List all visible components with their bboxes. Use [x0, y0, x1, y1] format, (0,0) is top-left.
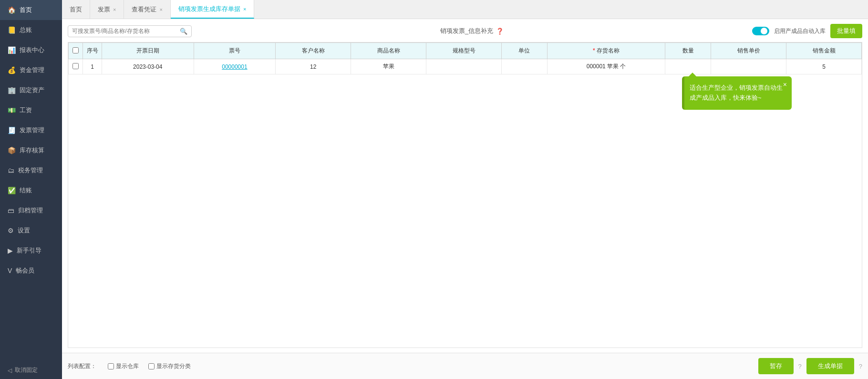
sidebar-item-vip[interactable]: V 畅会员	[0, 261, 62, 281]
sidebar-item-funds[interactable]: 💰 资金管理	[0, 60, 62, 80]
table-header-product: 商品名称	[351, 43, 426, 59]
show-category-checkbox[interactable]	[148, 363, 155, 369]
table-header-seq: 序号	[83, 43, 102, 59]
row-checkbox[interactable]	[69, 59, 83, 74]
search-icon: 🔍	[180, 28, 187, 35]
search-input[interactable]	[72, 28, 180, 34]
tab-voucher-close[interactable]: ×	[159, 7, 162, 12]
info-label: 销项发票_信息补充	[440, 27, 493, 35]
toggle-label: 启用产成品自动入库	[774, 27, 826, 35]
tab-stock-doc-close[interactable]: ×	[243, 6, 246, 12]
assets-icon: 🏢	[8, 86, 16, 94]
home-icon: 🏠	[8, 6, 16, 14]
sidebar-item-archive[interactable]: 🗃 归档管理	[0, 200, 62, 221]
table-header-unit: 单位	[501, 43, 547, 59]
row-no: 00000001	[194, 59, 276, 74]
sidebar: 🏠 首页 📒 总账 📊 报表中心 💰 资金管理 🏢 固定资产 💵 工资 🧾 发票…	[0, 0, 62, 379]
archive-icon: 🗃	[8, 207, 14, 214]
info-help-icon[interactable]: ❓	[496, 28, 504, 35]
batch-fill-button[interactable]: 批量填	[830, 24, 862, 38]
sidebar-item-assets[interactable]: 🏢 固定资产	[0, 80, 62, 100]
sidebar-item-report[interactable]: 📊 报表中心	[0, 40, 62, 60]
select-all-checkbox[interactable]	[72, 47, 79, 53]
tab-invoice[interactable]: 发票 ×	[90, 0, 124, 19]
table-header-qty: 数量	[665, 43, 711, 59]
guide-icon: ▶	[8, 247, 13, 254]
table-header-amount: 销售金额	[786, 43, 862, 59]
funds-icon: 💰	[8, 66, 16, 74]
inventory-icon: 📦	[8, 147, 16, 154]
tooltip-close-icon[interactable]: ×	[783, 79, 787, 90]
content-area: 🔍 销项发票_信息补充 ❓ 启用产成品自动入库 批量填	[62, 19, 868, 353]
table-row: 1 2023-03-04 00000001 12 苹果 000001 苹果 个 …	[69, 59, 862, 74]
invoice-link[interactable]: 00000001	[222, 63, 247, 70]
vip-icon: V	[8, 267, 12, 274]
salary-icon: 💵	[8, 106, 16, 114]
main-area: 首页 发票 × 查看凭证 × 销项发票生成库存单据 × 🔍 销项发票_信息补充	[62, 0, 868, 379]
row-product: 苹果	[351, 59, 426, 74]
settings-icon: ⚙	[8, 227, 14, 234]
tab-voucher[interactable]: 查看凭证 ×	[124, 0, 170, 19]
tooltip-text: 适合生产型企业，销项发票自动生成产成品入库，快来体验~	[690, 84, 783, 101]
save-button[interactable]: 暂存	[758, 358, 794, 374]
show-warehouse-checkbox[interactable]	[108, 363, 114, 369]
table-header-unit-price: 销售单价	[711, 43, 786, 59]
tab-bar: 首页 发票 × 查看凭证 × 销项发票生成库存单据 ×	[62, 0, 868, 19]
row-qty	[665, 59, 711, 74]
unpin-button[interactable]: ◁ 取消固定	[0, 361, 62, 379]
table-header-customer: 客户名称	[276, 43, 351, 59]
sidebar-item-guide[interactable]: ▶ 新手引导	[0, 241, 62, 261]
generate-help-icon[interactable]: ?	[859, 363, 862, 370]
settle-icon: ✅	[8, 187, 16, 194]
list-config-label: 列表配置：	[68, 362, 96, 370]
data-table: 序号 开票日期 票号 客户名称 商品名称 规格型号 单位 存货名称 数量 销售单…	[68, 42, 862, 74]
table-header-no: 票号	[194, 43, 276, 59]
sidebar-item-salary[interactable]: 💵 工资	[0, 100, 62, 120]
search-box[interactable]: 🔍	[68, 25, 192, 37]
row-spec	[426, 59, 502, 74]
bottom-actions: 暂存 ? 生成单据 ?	[758, 358, 862, 374]
report-icon: 📊	[8, 46, 16, 54]
sidebar-item-settings[interactable]: ⚙ 设置	[0, 221, 62, 241]
tab-stock-doc[interactable]: 销项发票生成库存单据 ×	[171, 0, 254, 19]
bottom-bar: 列表配置： 显示仓库 显示存货分类 暂存 ? 生成单据 ?	[62, 353, 868, 379]
tab-home[interactable]: 首页	[62, 0, 90, 19]
save-help-icon[interactable]: ?	[798, 363, 802, 370]
table-header-date: 开票日期	[102, 43, 194, 59]
table-header-inventory: 存货名称	[547, 43, 665, 59]
sidebar-item-settle[interactable]: ✅ 结账	[0, 180, 62, 200]
sidebar-item-home[interactable]: 🏠 首页	[0, 0, 62, 20]
sidebar-item-ledger[interactable]: 📒 总账	[0, 20, 62, 40]
tooltip-left-bar	[682, 76, 684, 110]
show-category-label: 显示存货分类	[156, 362, 191, 370]
sidebar-item-inventory[interactable]: 📦 库存核算	[0, 140, 62, 160]
toolbar-right: 启用产成品自动入库 批量填	[752, 24, 862, 38]
sidebar-item-tax[interactable]: 🗂 税务管理	[0, 160, 62, 180]
sidebar-item-invoice-mgmt[interactable]: 🧾 发票管理	[0, 120, 62, 140]
table-header-checkbox	[69, 43, 83, 59]
table-header-spec: 规格型号	[426, 43, 502, 59]
tab-invoice-close[interactable]: ×	[113, 7, 116, 12]
show-category-checkbox-label[interactable]: 显示存货分类	[148, 362, 191, 370]
row-customer: 12	[276, 59, 351, 74]
row-amount: 5	[786, 59, 862, 74]
toolbar-left: 🔍	[68, 25, 192, 37]
toggle-knob	[761, 28, 767, 34]
invoice-mgmt-icon: 🧾	[8, 126, 16, 134]
ledger-icon: 📒	[8, 26, 16, 34]
row-unit	[501, 59, 547, 74]
show-warehouse-checkbox-label[interactable]: 显示仓库	[108, 362, 139, 370]
toolbar: 🔍 销项发票_信息补充 ❓ 启用产成品自动入库 批量填	[68, 24, 862, 38]
unpin-icon: ◁	[8, 367, 12, 374]
row-unit-price	[711, 59, 786, 74]
generate-button[interactable]: 生成单据	[806, 358, 854, 374]
auto-warehouse-toggle[interactable]	[752, 27, 769, 35]
toggle-track	[752, 27, 769, 35]
toolbar-center: 销项发票_信息补充 ❓	[440, 27, 504, 35]
show-warehouse-label: 显示仓库	[116, 362, 139, 370]
row-seq: 1	[83, 59, 102, 74]
tooltip-popup: × 适合生产型企业，销项发票自动生成产成品入库，快来体验~	[682, 76, 792, 110]
row-inventory: 000001 苹果 个	[547, 59, 665, 74]
row-date: 2023-03-04	[102, 59, 194, 74]
tax-icon: 🗂	[8, 167, 14, 174]
